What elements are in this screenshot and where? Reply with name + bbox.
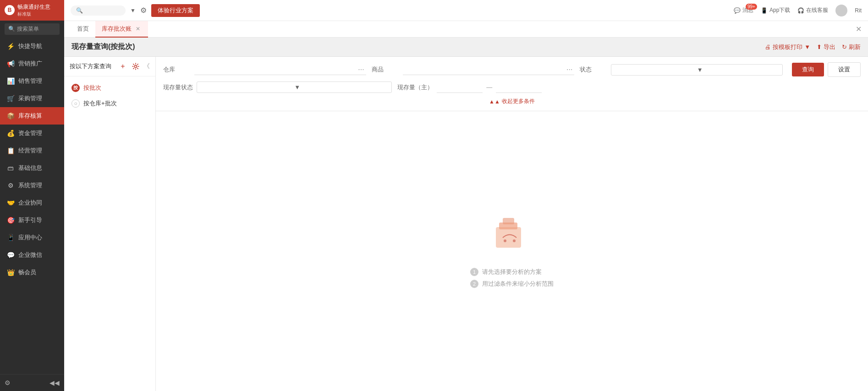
- product-input[interactable]: [403, 64, 565, 75]
- search-icon: 🔍: [8, 26, 15, 32]
- sidebar-item-inventory[interactable]: 📦 库存核算: [0, 107, 64, 125]
- collapse-toggle-area: ▲▲ 收起更多条件: [163, 98, 861, 105]
- sidebar-item-system[interactable]: ⚙ 系统管理: [0, 177, 64, 194]
- print-dropdown-icon[interactable]: ▼: [804, 43, 810, 50]
- settings-button[interactable]: 设置: [828, 62, 861, 77]
- solution-label: 按仓库+批次: [83, 99, 117, 108]
- sidebar-item-purchase[interactable]: 🛒 采购管理: [0, 90, 64, 107]
- right-panel: 仓库 ··· 商品 ···: [156, 57, 868, 391]
- empty-state: 1 请先选择要分析的方案 2 用过滤条件来缩小分析范围: [156, 111, 868, 391]
- sidebar-item-appstore[interactable]: 📱 应用中心: [0, 229, 64, 246]
- phone-icon: 📱: [761, 7, 768, 14]
- tab-home[interactable]: 首页: [71, 21, 95, 38]
- sidebar-item-sales[interactable]: 📊 销售管理: [0, 72, 64, 90]
- app-download-button[interactable]: 📱 App下载: [761, 6, 790, 14]
- stock-status-filter: 现存量状态 ▼: [163, 81, 392, 93]
- purchase-icon: 🛒: [6, 95, 15, 102]
- wechat-icon: 💬: [6, 251, 15, 259]
- member-icon: 👑: [6, 269, 15, 276]
- status-label: 状态: [580, 65, 607, 74]
- print-button[interactable]: 🖨 按模板打印 ▼: [765, 43, 810, 51]
- sidebar-item-label: 快捷导航: [18, 42, 42, 50]
- quicknav-icon: ⚡: [6, 43, 15, 50]
- messages-badge: 99+: [746, 4, 757, 10]
- sidebar: B 畅康通好生意 标准版 🔍 搜索菜单 ⚡ 快捷导航 📢 营销推广 📊 销售管理…: [0, 0, 64, 391]
- stock-qty-label: 现存量（主）: [397, 83, 433, 92]
- warehouse-filter: 仓库 ···: [163, 64, 366, 75]
- sidebar-item-wechat[interactable]: 💬 企业微信: [0, 246, 64, 264]
- collapse-toggle-label: 收起更多条件: [502, 98, 535, 105]
- sidebar-item-label: 应用中心: [18, 234, 42, 242]
- warehouse-input-wrapper: ···: [194, 64, 366, 75]
- settings-bottom-icon[interactable]: ⚙: [5, 379, 11, 386]
- product-input-wrapper: ···: [403, 64, 575, 75]
- sidebar-item-member[interactable]: 👑 畅会员: [0, 264, 64, 281]
- stock-qty-min-input[interactable]: [437, 82, 483, 93]
- enterprise-icon: 🤝: [6, 199, 15, 206]
- query-button[interactable]: 查询: [792, 63, 824, 76]
- messages-icon: 💬: [734, 7, 741, 14]
- trial-button[interactable]: 体验行业方案: [151, 4, 200, 17]
- refresh-button[interactable]: ↻ 刷新: [842, 43, 861, 51]
- left-panel-header: 按以下方案查询 + 《: [64, 57, 155, 76]
- sidebar-item-finance[interactable]: 💰 资金管理: [0, 125, 64, 142]
- product-dots[interactable]: ···: [565, 65, 574, 74]
- avatar[interactable]: [835, 5, 847, 16]
- tab-inventory-batch-label: 库存批次账: [102, 25, 132, 33]
- sidebar-item-label: 系统管理: [18, 181, 42, 190]
- solution-list: 按 按批次 ○ 按仓库+批次: [64, 76, 155, 115]
- sidebar-item-label: 库存核算: [18, 112, 42, 120]
- sidebar-item-label: 企业协同: [18, 199, 42, 207]
- left-panel-actions: + 《: [118, 61, 150, 71]
- topbar-settings-icon[interactable]: ⚙: [140, 6, 147, 15]
- svg-point-0: [135, 65, 137, 68]
- sidebar-item-quicknav[interactable]: ⚡ 快捷导航: [0, 38, 64, 55]
- appstore-icon: 📱: [6, 234, 15, 241]
- online-service-button[interactable]: 🎧 在线客服: [797, 6, 828, 14]
- collapse-left-panel-icon[interactable]: 《: [143, 62, 150, 71]
- basics-icon: 🗃: [6, 164, 15, 172]
- sidebar-header: B 畅康通好生意 标准版: [0, 0, 64, 21]
- username-label[interactable]: Rit: [855, 7, 862, 14]
- sidebar-nav: ⚡ 快捷导航 📢 营销推广 📊 销售管理 🛒 采购管理 📦 库存核算 💰 资金管…: [0, 38, 64, 374]
- solution-label: 按批次: [83, 84, 101, 92]
- status-chevron-icon: ▼: [697, 66, 779, 73]
- topbar: 🔍 ▼ ⚙ 体验行业方案 💬 消息 99+ 📱 App下载 🎧 在线客服 Rit: [64, 0, 868, 21]
- search-menu-button[interactable]: 🔍 搜索菜单: [5, 23, 60, 35]
- sidebar-item-enterprise[interactable]: 🤝 企业协同: [0, 194, 64, 212]
- sidebar-item-basics[interactable]: 🗃 基础信息: [0, 159, 64, 177]
- warehouse-dots[interactable]: ···: [356, 65, 366, 74]
- sidebar-item-marketing[interactable]: 📢 营销推广: [0, 55, 64, 72]
- sidebar-item-label: 销售管理: [18, 77, 42, 85]
- tip-text-1: 请先选择要分析的方案: [482, 268, 542, 276]
- page-header-actions: 🖨 按模板打印 ▼ ⬆ 导出 ↻ 刷新: [765, 43, 861, 51]
- topbar-dropdown-button[interactable]: ▼: [130, 7, 136, 14]
- collapse-sidebar-button[interactable]: ◀◀: [49, 379, 60, 386]
- app-logo: B: [5, 5, 15, 15]
- system-icon: ⚙: [6, 182, 15, 189]
- sales-icon: 📊: [6, 77, 15, 85]
- sidebar-item-operations[interactable]: 📋 经营管理: [0, 142, 64, 159]
- collapse-toggle-button[interactable]: ▲▲ 收起更多条件: [163, 98, 861, 105]
- topbar-search-box[interactable]: 🔍: [71, 5, 126, 16]
- stock-status-select[interactable]: ▼: [197, 81, 392, 93]
- empty-tip-1: 1 请先选择要分析的方案: [470, 268, 554, 276]
- content-area: 按以下方案查询 + 《: [64, 57, 868, 391]
- solution-item-by-warehouse-batch[interactable]: ○ 按仓库+批次: [64, 96, 155, 111]
- tab-inventory-batch[interactable]: 库存批次账 ✕: [95, 21, 148, 38]
- tab-close-icon[interactable]: ✕: [134, 25, 142, 33]
- add-solution-button[interactable]: +: [118, 61, 128, 71]
- messages-button[interactable]: 💬 消息 99+: [734, 6, 753, 14]
- headset-icon: 🎧: [797, 7, 804, 14]
- tab-panel-close-button[interactable]: ✕: [856, 25, 862, 33]
- sidebar-item-newbie[interactable]: 🎯 新手引导: [0, 212, 64, 229]
- page-title: 现存量查询(按批次): [71, 42, 135, 52]
- solution-settings-icon[interactable]: [131, 61, 141, 71]
- stock-qty-max-input[interactable]: [496, 82, 542, 93]
- tip-number-2: 2: [470, 280, 478, 288]
- warehouse-input[interactable]: [194, 64, 356, 75]
- solution-item-by-batch[interactable]: 按 按批次: [64, 80, 155, 96]
- status-select[interactable]: ▼: [611, 64, 783, 76]
- solution-icon-active: 按: [71, 84, 80, 92]
- export-button[interactable]: ⬆ 导出: [817, 43, 835, 51]
